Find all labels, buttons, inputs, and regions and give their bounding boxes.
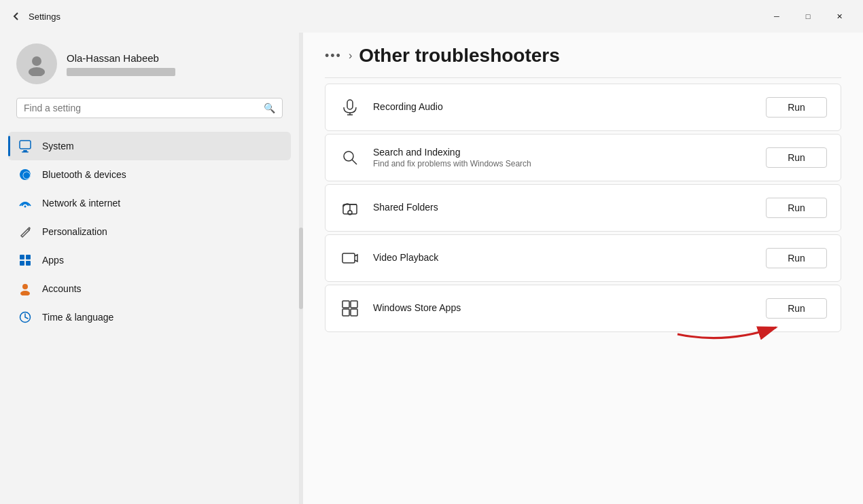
troubleshooter-info-shared-folders: Shared Folders (373, 202, 754, 214)
microphone-icon (339, 96, 361, 118)
shared-folders-icon (339, 197, 361, 219)
sidebar: Ola-Hassan Habeeb 🔍 Syste (0, 33, 299, 504)
user-name: Ola-Hassan Habeeb (67, 52, 175, 64)
maximize-button[interactable]: □ (792, 5, 824, 27)
sidebar-item-label-system: System (42, 141, 74, 151)
search-box[interactable]: 🔍 (16, 98, 283, 118)
troubleshooter-desc-search-indexing: Find and fix problems with Windows Searc… (373, 159, 754, 168)
window-title: Settings (29, 12, 60, 22)
troubleshooter-shared-folders: Shared Folders Run (325, 184, 841, 232)
apps-icon (18, 253, 33, 268)
svg-rect-24 (342, 301, 349, 308)
sidebar-item-label-personalization: Personalization (42, 226, 107, 237)
svg-point-18 (344, 151, 353, 161)
troubleshooter-video-playback: Video Playback Run (325, 234, 841, 282)
run-button-video-playback[interactable]: Run (766, 248, 827, 268)
content-area: ••• › Other troubleshooters Recor (303, 33, 863, 504)
search-icon: 🔍 (264, 103, 275, 113)
breadcrumb-chevron: › (349, 50, 352, 62)
sidebar-item-bluetooth[interactable]: ◯ Bluetooth & devices (8, 160, 291, 189)
svg-point-12 (22, 284, 28, 289)
svg-text:◯: ◯ (22, 170, 31, 179)
main-layout: Ola-Hassan Habeeb 🔍 Syste (0, 33, 863, 504)
time-icon (18, 310, 33, 325)
svg-rect-27 (351, 309, 357, 316)
sidebar-item-label-accounts: Accounts (42, 283, 82, 294)
user-info: Ola-Hassan Habeeb (67, 52, 175, 76)
back-icon[interactable] (11, 11, 22, 22)
troubleshooter-list: Recording Audio Run Search and Indexing … (303, 78, 863, 504)
svg-point-7 (24, 206, 27, 208)
svg-point-13 (20, 291, 30, 295)
windows-store-icon (339, 298, 361, 319)
system-icon (18, 139, 33, 154)
troubleshooter-name-video-playback: Video Playback (373, 252, 754, 263)
svg-rect-9 (26, 255, 31, 259)
run-button-shared-folders[interactable]: Run (766, 198, 827, 218)
svg-rect-25 (351, 301, 357, 308)
troubleshooter-recording-audio: Recording Audio Run (325, 84, 841, 131)
video-playback-icon (339, 247, 361, 269)
run-button-windows-store[interactable]: Run (766, 298, 827, 319)
title-bar-left: Settings (11, 11, 60, 22)
sidebar-item-label-network: Network & internet (42, 198, 120, 209)
user-profile[interactable]: Ola-Hassan Habeeb (0, 33, 299, 98)
run-button-search-indexing[interactable]: Run (766, 147, 827, 168)
svg-rect-4 (22, 151, 29, 153)
troubleshooter-name-search-indexing: Search and Indexing (373, 147, 754, 158)
sidebar-item-time[interactable]: Time & language (8, 303, 291, 331)
sidebar-item-network[interactable]: Network & internet (8, 189, 291, 217)
window-controls: ─ □ ✕ (761, 5, 855, 27)
sidebar-item-label-time: Time & language (42, 312, 113, 323)
troubleshooter-windows-store: Windows Store Apps Run (325, 285, 841, 332)
svg-point-1 (29, 67, 45, 76)
svg-rect-15 (347, 100, 353, 109)
avatar (16, 43, 57, 84)
troubleshooter-name-recording-audio: Recording Audio (373, 101, 754, 112)
svg-rect-10 (20, 261, 24, 266)
page-title: Other troubleshooters (359, 45, 560, 67)
search-indexing-icon (339, 147, 361, 168)
search-container: 🔍 (0, 98, 299, 129)
run-button-recording-audio[interactable]: Run (766, 97, 827, 118)
minimize-button[interactable]: ─ (761, 5, 792, 27)
content-header: ••• › Other troubleshooters (303, 33, 863, 77)
troubleshooter-name-shared-folders: Shared Folders (373, 202, 754, 213)
sidebar-item-apps[interactable]: Apps (8, 246, 291, 274)
personalization-icon (18, 224, 33, 239)
title-bar: Settings ─ □ ✕ (0, 0, 863, 33)
search-input[interactable] (24, 103, 258, 113)
sidebar-item-system[interactable]: System (8, 132, 291, 160)
accounts-icon (18, 281, 33, 296)
breadcrumb-dots[interactable]: ••• (325, 49, 342, 63)
troubleshooter-info-video-playback: Video Playback (373, 252, 754, 264)
user-email-bar (67, 68, 175, 76)
svg-rect-23 (342, 253, 355, 263)
svg-line-19 (352, 160, 357, 164)
troubleshooter-search-indexing: Search and Indexing Find and fix problem… (325, 134, 841, 181)
troubleshooter-name-windows-store: Windows Store Apps (373, 302, 754, 313)
sidebar-nav: System ◯ Bluetooth & devices (0, 129, 299, 504)
close-button[interactable]: ✕ (824, 5, 855, 27)
svg-point-0 (32, 56, 41, 66)
svg-rect-26 (342, 309, 349, 316)
svg-rect-8 (20, 255, 24, 259)
troubleshooter-info-search-indexing: Search and Indexing Find and fix problem… (373, 147, 754, 168)
sidebar-item-accounts[interactable]: Accounts (8, 274, 291, 303)
troubleshooter-info-recording-audio: Recording Audio (373, 101, 754, 113)
troubleshooter-info-windows-store: Windows Store Apps (373, 302, 754, 314)
bluetooth-icon: ◯ (18, 167, 33, 182)
svg-rect-2 (20, 141, 31, 149)
sidebar-item-label-apps: Apps (42, 255, 64, 266)
sidebar-item-personalization[interactable]: Personalization (8, 217, 291, 246)
svg-rect-11 (26, 261, 31, 266)
svg-rect-3 (23, 150, 27, 151)
network-icon (18, 196, 33, 211)
sidebar-item-label-bluetooth: Bluetooth & devices (42, 169, 126, 180)
